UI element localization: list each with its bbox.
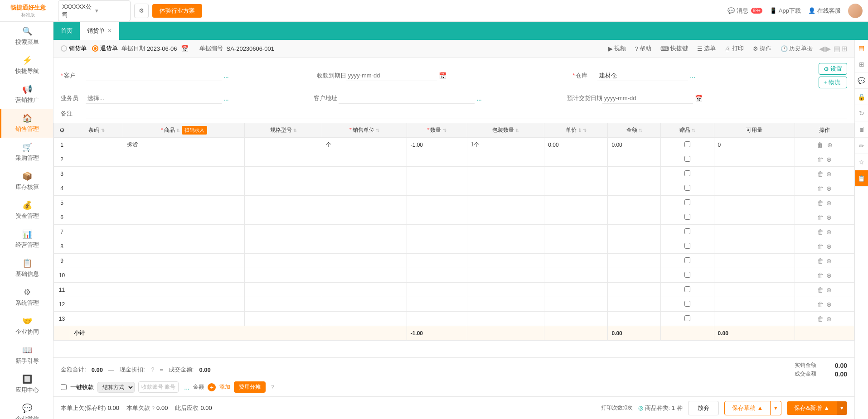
cell-unit-price[interactable] [544,210,608,225]
customer-addr-dots[interactable]: ... [476,95,482,102]
sidebar-item-wechat[interactable]: 💬 企业微信 [0,399,53,419]
tab-sales-order[interactable]: 销货单 ✕ [80,22,119,40]
nav-prev-icon[interactable]: ◀ [819,44,824,53]
cell-spec[interactable] [245,210,322,225]
cell-spec[interactable] [245,254,322,268]
gift-checkbox[interactable] [684,257,690,263]
th-amount-sort[interactable]: ⇅ [639,128,642,133]
save-draft-dropdown-btn[interactable]: ▾ [771,401,781,415]
scan-btn[interactable]: 扫码录入 [182,126,207,135]
cell-package-qty[interactable] [467,283,544,297]
company-selector[interactable]: XXXXXX公司 ▾ [58,0,131,21]
sidebar-item-system[interactable]: ⚙ 系统管理 [0,283,53,312]
unit-price-info-icon[interactable]: ℹ [579,127,581,133]
cell-barcode[interactable] [70,312,123,326]
cell-spec[interactable] [245,196,322,210]
cell-package-qty[interactable] [467,152,544,167]
delete-row-btn[interactable]: 🗑 [816,285,825,294]
sidebar-item-operation[interactable]: 📊 经营管理 [0,225,53,254]
cell-amount[interactable] [608,297,661,312]
setting-button[interactable]: ⚙ 设置 [819,63,847,75]
cell-amount[interactable] [608,210,661,225]
cell-amount[interactable] [608,254,661,268]
cell-amount[interactable] [608,268,661,283]
cell-unit[interactable] [322,181,407,196]
cell-package-qty[interactable] [467,254,544,268]
gift-checkbox[interactable] [684,272,690,278]
copy-row-btn[interactable]: ⊕ [825,184,833,193]
cell-spec[interactable] [245,181,322,196]
cell-barcode[interactable] [70,138,123,152]
cell-amount[interactable]: 0.00 [608,138,661,152]
trial-button[interactable]: 体验行业方案 [152,4,202,18]
app-download-nav-item[interactable]: 📱 App下载 [770,7,801,15]
th-spec-sort[interactable]: ⇅ [293,128,297,133]
copy-row-btn[interactable]: ⊕ [825,155,833,164]
cell-barcode[interactable] [70,181,123,196]
right-panel-edit[interactable]: ✏ [855,138,868,154]
expected-date-input[interactable] [602,93,693,104]
cell-barcode[interactable] [70,196,123,210]
cell-package-qty[interactable] [467,239,544,254]
cell-gift[interactable] [661,312,714,326]
cell-amount[interactable] [608,225,661,239]
cell-barcode[interactable] [70,254,123,268]
customer-addr-input[interactable] [339,93,475,104]
cell-quantity[interactable] [407,254,467,268]
right-panel-star[interactable]: ☆ [855,154,868,170]
cell-unit[interactable] [322,268,407,283]
gift-checkbox[interactable] [684,243,690,249]
cell-quantity[interactable]: -1.00 [407,138,467,152]
cell-product[interactable] [123,283,245,297]
th-gift-sort[interactable]: ⇅ [692,128,695,133]
cell-product[interactable] [123,239,245,254]
cell-package-qty[interactable] [467,181,544,196]
cell-package-qty[interactable] [467,167,544,181]
cell-unit[interactable] [322,239,407,254]
cell-quantity[interactable] [407,225,467,239]
delete-row-btn[interactable]: 🗑 [816,184,825,193]
cell-product[interactable] [123,297,245,312]
cell-package-qty[interactable] [467,210,544,225]
tab-close-icon[interactable]: ✕ [107,28,112,34]
cell-amount[interactable] [608,152,661,167]
expected-date-calendar-icon[interactable]: 📅 [695,95,703,102]
cell-package-qty[interactable] [467,196,544,210]
cell-unit-price[interactable] [544,297,608,312]
cell-barcode[interactable] [70,167,123,181]
sidebar-item-guide[interactable]: 📖 新手引导 [0,341,53,370]
cell-amount[interactable] [608,312,661,326]
copy-row-btn[interactable]: ⊕ [825,271,833,280]
right-panel-orange-action[interactable]: 📋 [855,170,868,187]
company-settings-button[interactable]: ⚙ [134,4,149,18]
gift-checkbox[interactable] [684,185,690,191]
cell-product[interactable]: 拆货 [123,138,245,152]
gift-checkbox[interactable] [684,214,690,220]
cell-spec[interactable] [245,138,322,152]
tab-home[interactable]: 首页 [53,22,80,40]
select-btn[interactable]: ☰ 选单 [694,43,718,53]
expense-info-icon[interactable]: ? [271,384,274,390]
cell-unit-price[interactable] [544,167,608,181]
history-btn[interactable]: 🕐 历史单据 [778,43,815,53]
view-list-icon[interactable]: ▤ [834,44,840,53]
cell-gift[interactable] [661,152,714,167]
cell-amount[interactable] [608,167,661,181]
shortcut-btn[interactable]: ⌨ 快捷键 [658,43,691,53]
cell-unit-price[interactable]: 0.00 [544,138,608,152]
message-nav-item[interactable]: 💬 消息 99+ [727,7,762,15]
cell-package-qty[interactable] [467,268,544,283]
copy-row-btn[interactable]: ⊕ [825,198,833,207]
product-type-icon[interactable]: ◎ [638,405,643,411]
sidebar-item-search[interactable]: 🔍 搜索菜单 [0,22,53,51]
payment-account-input[interactable]: 收款账号 账号 [138,381,179,393]
delete-row-btn[interactable]: 🗑 [816,242,825,251]
copy-row-btn[interactable]: ⊕ [825,213,833,222]
cell-unit-price[interactable] [544,312,608,326]
cell-product[interactable] [123,225,245,239]
cell-quantity[interactable] [407,181,467,196]
cell-unit[interactable] [322,152,407,167]
sidebar-item-quick-nav[interactable]: ⚡ 快捷导航 [0,51,53,80]
cell-gift[interactable] [661,239,714,254]
cell-unit[interactable] [322,225,407,239]
